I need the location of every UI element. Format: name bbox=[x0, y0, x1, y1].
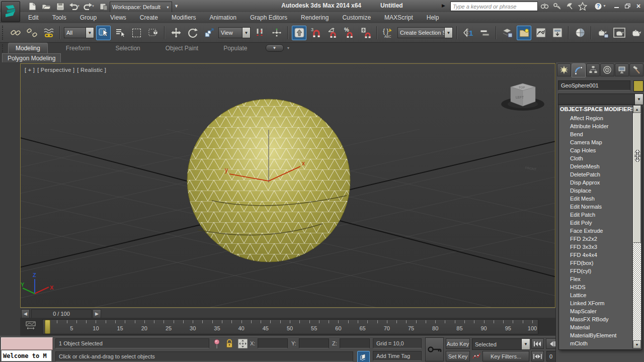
ribbon-grip[interactable] bbox=[2, 44, 5, 52]
time-slider-handle[interactable] bbox=[45, 320, 50, 334]
ribbon-minimize-arrow[interactable]: ▼ bbox=[287, 46, 290, 50]
render-production-button[interactable] bbox=[628, 26, 643, 40]
redo-dropdown-arrow[interactable]: ▼ bbox=[92, 5, 95, 8]
app-menu-button[interactable] bbox=[1, 1, 20, 22]
manage-layers-button[interactable] bbox=[500, 26, 515, 40]
isolate-selection-toggle[interactable] bbox=[212, 338, 222, 349]
rectangular-selection-region-button[interactable] bbox=[129, 26, 144, 40]
tab-modify[interactable] bbox=[572, 63, 586, 77]
modifier-item-ffd-2x2x2[interactable]: FFD 2x2x2 bbox=[559, 235, 632, 243]
ribbon-tab-freeform[interactable]: Freeform bbox=[59, 43, 98, 53]
menu-rendering[interactable]: Rendering bbox=[301, 14, 329, 21]
help-icon[interactable]: ? bbox=[593, 1, 604, 11]
modifier-list-arrow[interactable]: ▼ bbox=[634, 94, 643, 105]
ribbon-minimize-button[interactable]: ▼ bbox=[266, 44, 284, 52]
selection-filter-dropdown[interactable]: All ▼ bbox=[64, 27, 94, 38]
modifier-item-hsds[interactable]: HSDS bbox=[559, 283, 632, 291]
unlink-selection-button[interactable] bbox=[25, 26, 39, 40]
workspace-dropdown-arrow[interactable]: ▼ bbox=[164, 6, 172, 9]
spinner-snap-toggle-button[interactable] bbox=[358, 26, 373, 40]
select-and-link-button[interactable] bbox=[8, 26, 23, 40]
new-scene-button[interactable] bbox=[26, 2, 38, 11]
select-and-move-button[interactable] bbox=[169, 26, 183, 40]
object-name-field[interactable]: GeoSphere001 bbox=[558, 80, 630, 90]
key-filter-curve-icon[interactable] bbox=[472, 351, 481, 361]
tab-display[interactable] bbox=[615, 63, 629, 76]
next-frame-button[interactable]: ▶ bbox=[93, 309, 101, 318]
save-file-button[interactable] bbox=[54, 2, 66, 11]
absolute-offset-mode-toggle[interactable] bbox=[237, 338, 248, 349]
communication-center-icon[interactable] bbox=[565, 1, 576, 11]
menu-tools[interactable]: Tools bbox=[52, 14, 66, 21]
modifier-list-scrollbar[interactable]: ▲ ▼ bbox=[632, 105, 641, 348]
ribbon-tab-selection[interactable]: Selection bbox=[108, 43, 147, 53]
menu-help[interactable]: Help bbox=[427, 14, 439, 21]
viewport-menu-general[interactable]: [ + ] bbox=[25, 67, 35, 73]
menu-animation[interactable]: Animation bbox=[210, 14, 236, 21]
snap-3d-magnet-button[interactable]: 3 bbox=[308, 26, 323, 40]
modifier-item-edit-poly[interactable]: Edit Poly bbox=[559, 219, 632, 227]
scrollbar-thumb[interactable] bbox=[633, 113, 641, 243]
selection-filter-arrow[interactable]: ▼ bbox=[86, 28, 94, 38]
named-selection-arrow[interactable]: ▼ bbox=[444, 28, 452, 38]
workspace-selector[interactable]: Workspace: Default ▼ bbox=[110, 2, 172, 13]
tab-motion[interactable] bbox=[600, 63, 614, 76]
viewport-menu-shading[interactable]: [ Realistic ] bbox=[77, 67, 106, 73]
modifier-item-disp-approx[interactable]: Disp Approx bbox=[559, 178, 632, 187]
modifier-list-dropdown[interactable]: ▼ bbox=[558, 94, 643, 105]
ribbon-tab-populate[interactable]: Populate bbox=[216, 43, 254, 53]
modifier-item-bend[interactable]: Bend bbox=[559, 130, 632, 138]
use-center-flyout-button[interactable] bbox=[253, 26, 267, 40]
select-by-name-button[interactable] bbox=[113, 26, 127, 40]
selection-lock-toggle[interactable] bbox=[224, 338, 234, 349]
tab-create[interactable] bbox=[557, 63, 571, 76]
minimize-button[interactable] bbox=[612, 2, 621, 10]
key-mode-toggle-button[interactable] bbox=[531, 351, 544, 361]
angle-snap-toggle-button[interactable] bbox=[325, 26, 340, 40]
modifier-item-edit-mesh[interactable]: Edit Mesh bbox=[559, 195, 632, 203]
set-key-button[interactable]: Set Key bbox=[446, 351, 470, 361]
rendered-frame-window-button[interactable] bbox=[612, 26, 626, 40]
viewport-menu-pov[interactable]: [ Perspective ] bbox=[37, 67, 74, 73]
menu-edit[interactable]: Edit bbox=[28, 14, 39, 21]
menu-create[interactable]: Create bbox=[140, 14, 158, 21]
render-setup-button[interactable] bbox=[595, 26, 610, 40]
menu-maxscript[interactable]: MAXScript bbox=[384, 14, 413, 21]
set-keys-button[interactable] bbox=[425, 337, 444, 361]
y-coordinate-field[interactable] bbox=[299, 338, 329, 348]
flyout-arrow-icon[interactable]: ▶ bbox=[442, 3, 445, 8]
object-color-swatch[interactable] bbox=[633, 80, 643, 92]
ribbon-tab-modeling[interactable]: Modeling bbox=[8, 43, 48, 53]
workspace-icon[interactable] bbox=[98, 2, 110, 11]
modifier-item-lattice[interactable]: Lattice bbox=[559, 291, 632, 299]
schematic-view-button[interactable] bbox=[550, 26, 565, 40]
select-and-scale-button[interactable] bbox=[202, 26, 216, 40]
go-to-start-button[interactable] bbox=[531, 338, 544, 349]
perspective-viewport[interactable]: y x LEFT FRONT TOP Z X Y bbox=[20, 63, 555, 308]
modifier-item-mapscaler[interactable]: MapScaler bbox=[559, 307, 632, 315]
select-and-rotate-button[interactable] bbox=[185, 26, 200, 40]
reference-coordinate-arrow[interactable]: ▼ bbox=[242, 28, 250, 38]
modifier-item-displace[interactable]: Displace bbox=[559, 187, 632, 195]
restore-button[interactable] bbox=[623, 2, 632, 10]
modifier-item-linked-xform[interactable]: Linked XForm bbox=[559, 299, 632, 307]
tab-utilities[interactable] bbox=[629, 63, 643, 76]
toggle-scene-explorer-button[interactable] bbox=[517, 26, 531, 40]
modifier-item-cloth[interactable]: Cloth bbox=[559, 154, 632, 162]
named-selection-set-dropdown[interactable]: Create Selection Set ▼ bbox=[397, 27, 453, 38]
modifier-item-massfx-rbody[interactable]: MassFX RBody bbox=[559, 315, 632, 323]
modifier-item-cap-holes[interactable]: Cap Holes bbox=[559, 146, 632, 154]
curve-editor-button[interactable] bbox=[533, 26, 548, 40]
modifier-item-ffd-4x4x4[interactable]: FFD 4x4x4 bbox=[559, 251, 632, 259]
modifier-item-deletemesh[interactable]: DeleteMesh bbox=[559, 162, 632, 170]
keyboard-shortcut-override-toggle[interactable] bbox=[357, 351, 370, 362]
tab-hierarchy[interactable] bbox=[586, 63, 600, 76]
modifier-item-camera-map[interactable]: Camera Map bbox=[559, 138, 632, 146]
add-time-tag[interactable]: Add Time Tag bbox=[373, 351, 422, 361]
menu-views[interactable]: Views bbox=[110, 14, 126, 21]
snaps-toggle-button[interactable] bbox=[292, 26, 306, 40]
toolbar-grip[interactable] bbox=[2, 26, 5, 40]
x-coordinate-field[interactable] bbox=[258, 338, 288, 348]
favorites-star-icon[interactable] bbox=[577, 1, 588, 11]
select-object-button[interactable] bbox=[96, 26, 111, 40]
